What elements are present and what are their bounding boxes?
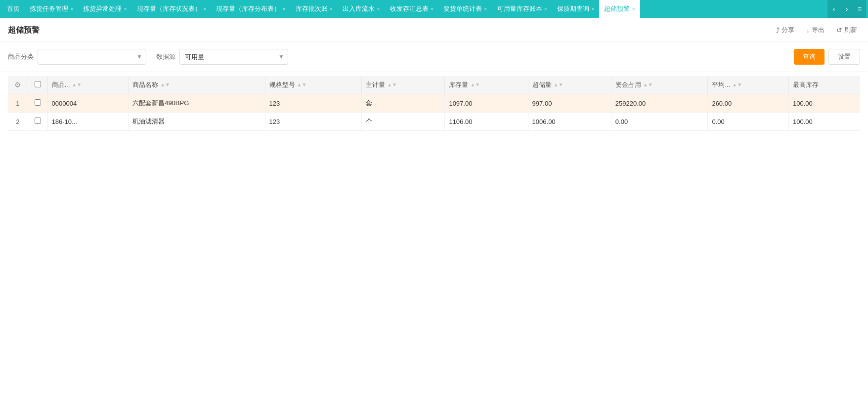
category-select-wrapper: ▼ (38, 49, 146, 65)
row-product-name: 机油滤清器 (129, 113, 265, 131)
close-order-stat-tab[interactable]: × (484, 0, 487, 18)
settings-button[interactable]: 设置 (828, 49, 860, 65)
datasource-select[interactable]: 可用量 (179, 49, 288, 65)
nav-left-arrow[interactable]: ‹ (827, 0, 840, 18)
datasource-filter-group: 数据源 可用量 ▼ (156, 49, 288, 65)
row-checkbox-cell (28, 94, 47, 113)
col-overstock[interactable]: 超储量 ▲▼ (528, 76, 611, 94)
nav-item-task[interactable]: 拣货任务管理 × (25, 0, 78, 18)
row-overstock: 997.00 (528, 94, 611, 113)
table-container: ⚙ 商品... ▲▼ 商品名称 ▲▼ (0, 76, 868, 131)
col-avg[interactable]: 平均... ▲▼ (708, 76, 789, 94)
table-header-row: ⚙ 商品... ▲▼ 商品名称 ▲▼ (8, 76, 860, 94)
table-row: 1 0000004 六配套新昌490BPG 123 套 1097.00 997.… (8, 94, 860, 113)
category-select[interactable] (38, 49, 146, 65)
nav-item-order-stat[interactable]: 要货单统计表 × (438, 0, 492, 18)
row-spec: 123 (265, 94, 362, 113)
nav-item-stock-status[interactable]: 现存量（库存状况表） × (132, 0, 211, 18)
refresh-icon: ↺ (836, 26, 842, 34)
close-expiry-tab[interactable]: × (591, 0, 594, 18)
datasource-select-wrapper: 可用量 ▼ (179, 49, 288, 65)
nav-item-summary[interactable]: 收发存汇总表 × (385, 0, 438, 18)
select-all-checkbox[interactable] (35, 81, 41, 87)
row-max-stock: 100.00 (789, 94, 860, 113)
sort-overstock-icon: ▲▼ (554, 82, 564, 87)
row-num: 2 (8, 113, 28, 131)
top-nav: 首页 拣货任务管理 × 拣货异常处理 × 现存量（库存状况表） × 现存量（库存… (0, 0, 868, 18)
row-unit: 套 (362, 94, 445, 113)
category-filter-group: 商品分类 ▼ (8, 49, 146, 65)
share-icon: ⤴ (776, 26, 780, 34)
close-summary-tab[interactable]: × (431, 0, 434, 18)
row-num: 1 (8, 94, 28, 113)
nav-item-inout[interactable]: 出入库流水 × (338, 0, 385, 18)
table-row: 2 186-10... 机油滤清器 123 个 1106.00 1006.00 … (8, 113, 860, 131)
gear-header: ⚙ (8, 76, 28, 94)
close-inout-tab[interactable]: × (377, 0, 380, 18)
row-checkbox-0[interactable] (35, 99, 41, 106)
row-unit: 个 (362, 113, 445, 131)
filter-actions: 查询 设置 (794, 49, 860, 65)
row-capital: 259220.00 (611, 94, 708, 113)
row-overstock: 1006.00 (528, 113, 611, 131)
nav-item-home[interactable]: 首页 (2, 0, 25, 18)
row-avg: 260.00 (708, 94, 789, 113)
nav-item-overstock[interactable]: 超储预警 × (599, 0, 640, 18)
row-stock: 1106.00 (445, 113, 528, 131)
export-icon: ↓ (806, 26, 810, 34)
row-max-stock: 100.00 (789, 113, 860, 131)
refresh-button[interactable]: ↺ 刷新 (833, 24, 860, 37)
row-product-code: 0000004 (47, 94, 129, 113)
sort-stock-icon: ▲▼ (470, 82, 480, 87)
sort-product-code-icon: ▲▼ (72, 82, 82, 87)
nav-menu-arrow[interactable]: ≡ (853, 0, 866, 18)
sort-avg-icon: ▲▼ (732, 82, 742, 87)
col-capital[interactable]: 资金占用 ▲▼ (611, 76, 708, 94)
close-stock-dist-tab[interactable]: × (282, 0, 285, 18)
sort-spec-icon: ▲▼ (297, 82, 307, 87)
nav-arrows: ‹ › ≡ (827, 0, 866, 18)
checkbox-header (28, 76, 47, 94)
row-checkbox-cell (28, 113, 47, 131)
row-capital: 0.00 (611, 113, 708, 131)
filter-area: 商品分类 ▼ 数据源 可用量 ▼ 查询 设置 (0, 42, 868, 72)
row-spec: 123 (265, 113, 362, 131)
close-available-tab[interactable]: × (544, 0, 547, 18)
nav-item-expiry[interactable]: 保质期查询 × (552, 0, 599, 18)
col-product-name[interactable]: 商品名称 ▲▼ (129, 76, 265, 94)
nav-item-exception[interactable]: 拣货异常处理 × (78, 0, 131, 18)
nav-item-stock-dist[interactable]: 现存量（库存分布表） × (211, 0, 290, 18)
row-checkbox-1[interactable] (35, 118, 41, 124)
page-container: 超储预警 ⤴ 分享 ↓ 导出 ↺ 刷新 商品分类 ▼ (0, 18, 868, 395)
close-stock-status-tab[interactable]: × (203, 0, 206, 18)
close-exception-tab[interactable]: × (124, 0, 127, 18)
datasource-label: 数据源 (156, 52, 175, 61)
col-product-code[interactable]: 商品... ▲▼ (47, 76, 129, 94)
row-stock: 1097.00 (445, 94, 528, 113)
row-avg: 0.00 (708, 113, 789, 131)
nav-item-batch[interactable]: 库存批次账 × (291, 0, 338, 18)
page-title: 超储预警 (8, 25, 40, 36)
query-button[interactable]: 查询 (794, 49, 825, 65)
col-stock[interactable]: 库存量 ▲▼ (445, 76, 528, 94)
sort-product-name-icon: ▲▼ (160, 82, 170, 87)
header-actions: ⤴ 分享 ↓ 导出 ↺ 刷新 (773, 24, 860, 37)
sort-capital-icon: ▲▼ (643, 82, 653, 87)
overstock-table: ⚙ 商品... ▲▼ 商品名称 ▲▼ (8, 76, 860, 131)
category-label: 商品分类 (8, 52, 34, 61)
col-unit[interactable]: 主计量 ▲▼ (362, 76, 445, 94)
col-max-stock[interactable]: 最高库存 (789, 76, 860, 94)
page-header: 超储预警 ⤴ 分享 ↓ 导出 ↺ 刷新 (0, 18, 868, 42)
share-button[interactable]: ⤴ 分享 (773, 24, 797, 37)
close-task-tab[interactable]: × (70, 0, 73, 18)
gear-settings-button[interactable]: ⚙ (14, 80, 21, 89)
nav-right-arrow[interactable]: › (840, 0, 853, 18)
row-product-code: 186-10... (47, 113, 129, 131)
sort-unit-icon: ▲▼ (387, 82, 397, 87)
nav-item-available[interactable]: 可用量库存账本 × (492, 0, 552, 18)
close-overstock-tab[interactable]: × (632, 0, 635, 18)
export-button[interactable]: ↓ 导出 (803, 24, 827, 37)
row-product-name: 六配套新昌490BPG (129, 94, 265, 113)
col-spec[interactable]: 规格型号 ▲▼ (265, 76, 362, 94)
close-batch-tab[interactable]: × (330, 0, 333, 18)
